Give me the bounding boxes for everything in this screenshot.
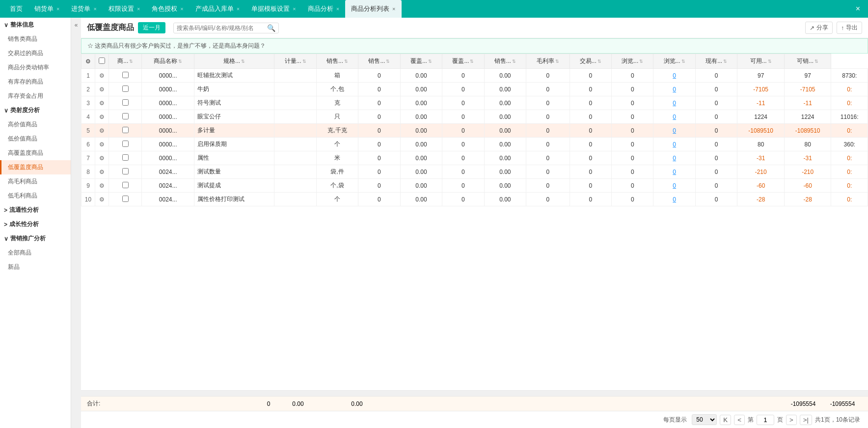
stock2-col-header[interactable]: 可用...⇅: [737, 54, 785, 69]
sidebar-item-low-gross[interactable]: 低毛利商品: [0, 189, 71, 203]
sidebar-group-overall[interactable]: ∨ 整体信息: [0, 18, 71, 32]
row-settings[interactable]: ⚙: [95, 110, 109, 124]
row-view1[interactable]: 0: [653, 110, 695, 124]
sales-qty-col-header[interactable]: 销售...⇅: [316, 54, 358, 69]
horizontal-scrollbar[interactable]: [81, 390, 868, 396]
view1-col-header[interactable]: 浏览...⇅: [612, 54, 653, 69]
settings-col-header[interactable]: ⚙: [81, 54, 95, 69]
export-button[interactable]: ↑ 导出: [837, 22, 862, 34]
search-icon[interactable]: 🔍: [267, 24, 275, 32]
sidebar-item-category-rate[interactable]: 商品分类动销率: [0, 60, 71, 75]
stock3-col-header[interactable]: 可销...⇅: [784, 54, 831, 69]
row-settings[interactable]: ⚙: [95, 179, 109, 193]
share-button[interactable]: ↗ 分享: [805, 22, 833, 34]
row-view1[interactable]: 0: [653, 179, 695, 193]
sidebar-group-liquidity[interactable]: > 流通性分析: [0, 203, 71, 217]
close-icon[interactable]: ×: [336, 6, 339, 12]
row-settings[interactable]: ⚙: [95, 138, 109, 151]
next-page-button[interactable]: >: [786, 415, 797, 425]
close-icon[interactable]: ×: [56, 6, 59, 12]
page-number-input[interactable]: [757, 415, 774, 425]
sidebar-item-stock-capital[interactable]: 库存资金占用: [0, 89, 71, 103]
nav-purchase[interactable]: 进货单 ×: [65, 0, 102, 18]
sidebar-group-coverage[interactable]: ∨ 类射度分析: [0, 103, 71, 117]
close-icon[interactable]: ×: [293, 6, 296, 12]
spec-col-header[interactable]: 规格...⇅: [194, 54, 274, 69]
nav-roles[interactable]: 角色授权 ×: [146, 0, 189, 18]
row-settings[interactable]: ⚙: [95, 193, 109, 206]
sidebar-item-sales-goods[interactable]: 销售类商品: [0, 32, 71, 46]
row-checkbox[interactable]: [109, 96, 142, 110]
sidebar-item-high-coverage[interactable]: 高覆盖度商品: [0, 146, 71, 160]
prev-page-button[interactable]: <: [734, 415, 745, 425]
name-col-header[interactable]: 商品名称⇅: [142, 54, 194, 69]
row-settings[interactable]: ⚙: [95, 69, 109, 83]
row-checkbox[interactable]: [109, 110, 142, 124]
select-all-checkbox[interactable]: [99, 57, 105, 64]
code-col-header[interactable]: 商...⇅: [109, 54, 142, 69]
last-page-button[interactable]: >|: [800, 415, 812, 425]
time-filter-button[interactable]: 近一月: [138, 22, 165, 33]
sales3-col-header[interactable]: 销售...⇅: [484, 54, 526, 69]
sidebar-collapse-button[interactable]: «: [71, 18, 81, 428]
cover2-col-header[interactable]: 覆盖...⇅: [442, 54, 484, 69]
row-gross: 0: [570, 69, 611, 83]
nav-product-analysis-list[interactable]: 商品分析列表 ×: [345, 0, 401, 18]
close-icon[interactable]: ×: [137, 6, 140, 12]
sidebar-item-low-value[interactable]: 低价值商品: [0, 132, 71, 146]
unit-col-header[interactable]: 计量...⇅: [274, 54, 316, 69]
first-page-button[interactable]: K: [720, 415, 731, 425]
sidebar-item-traded-goods[interactable]: 交易过的商品: [0, 46, 71, 60]
nav-permissions[interactable]: 权限设置 ×: [103, 0, 146, 18]
row-checkbox[interactable]: [109, 124, 142, 138]
row-checkbox[interactable]: [109, 179, 142, 193]
row-checkbox[interactable]: [109, 151, 142, 165]
row-view1[interactable]: 0: [653, 69, 695, 83]
row-checkbox[interactable]: [109, 69, 142, 83]
nav-sales-order[interactable]: 销货单 ×: [28, 0, 65, 18]
sidebar-item-high-value[interactable]: 高价值商品: [0, 117, 71, 132]
row-checkbox[interactable]: [109, 83, 142, 96]
close-icon[interactable]: ×: [237, 6, 240, 12]
trade-col-header[interactable]: 交易...⇅: [570, 54, 611, 69]
row-settings[interactable]: ⚙: [95, 124, 109, 138]
row-checkbox[interactable]: [109, 165, 142, 179]
window-close-button[interactable]: ×: [852, 4, 864, 13]
row-settings[interactable]: ⚙: [95, 165, 109, 179]
row-settings[interactable]: ⚙: [95, 83, 109, 96]
sales-amt-col-header[interactable]: 销售...⇅: [358, 54, 400, 69]
row-checkbox[interactable]: [109, 138, 142, 151]
close-icon[interactable]: ×: [180, 6, 183, 12]
stock1-col-header[interactable]: 现有...⇅: [695, 54, 737, 69]
search-input[interactable]: [177, 25, 265, 31]
row-view1[interactable]: 0: [653, 138, 695, 151]
nav-product-warehouse[interactable]: 产成品入库单 ×: [190, 0, 245, 18]
nav-product-analysis[interactable]: 商品分析 ×: [302, 0, 345, 18]
close-icon[interactable]: ×: [392, 6, 395, 12]
row-view1[interactable]: 0: [653, 165, 695, 179]
row-view1[interactable]: 0: [653, 151, 695, 165]
sidebar-item-high-gross[interactable]: 高毛利商品: [0, 174, 71, 189]
sidebar-group-marketing[interactable]: ∨ 营销推广分析: [0, 231, 71, 246]
row-settings[interactable]: ⚙: [95, 96, 109, 110]
view2-col-header[interactable]: 浏览...⇅: [653, 54, 695, 69]
sidebar-item-new-goods[interactable]: 新品: [0, 260, 71, 274]
row-view1[interactable]: 0: [653, 83, 695, 96]
checkbox-col-header[interactable]: [95, 54, 109, 69]
close-icon[interactable]: ×: [93, 6, 96, 12]
sidebar-item-low-coverage[interactable]: 低覆盖度商品: [0, 160, 71, 174]
row-view1[interactable]: 0: [653, 96, 695, 110]
nav-home[interactable]: 首页: [4, 0, 28, 18]
sidebar-group-growth[interactable]: > 成长性分析: [0, 217, 71, 231]
nav-template-settings[interactable]: 单据模板设置 ×: [245, 0, 301, 18]
page-size-select[interactable]: 50 20 100 200: [692, 414, 717, 425]
sidebar-item-all-goods[interactable]: 全部商品: [0, 246, 71, 260]
sidebar-item-in-stock[interactable]: 有库存的商品: [0, 75, 71, 89]
row-view1[interactable]: 0: [653, 124, 695, 138]
gross-col-header[interactable]: 毛利率⇅: [526, 54, 570, 69]
table-container: ⚙ 商...⇅ 商品名称⇅ 规格...⇅ 计量...⇅ 销售...⇅ 销售...…: [81, 54, 868, 390]
cover1-col-header[interactable]: 覆盖...⇅: [400, 54, 442, 69]
row-view1[interactable]: 0: [653, 193, 695, 206]
row-checkbox[interactable]: [109, 193, 142, 206]
row-settings[interactable]: ⚙: [95, 151, 109, 165]
